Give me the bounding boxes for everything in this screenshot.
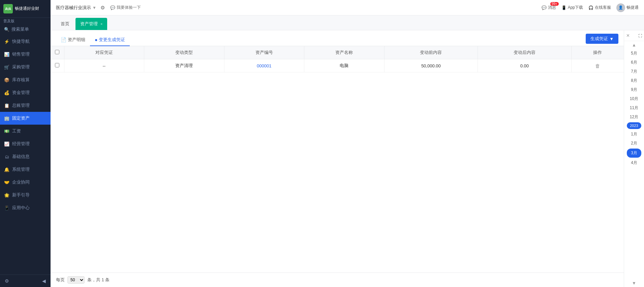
sidebar-item-inventory[interactable]: 📦 库存核算 <box>0 73 51 86</box>
sidebar-item-system[interactable]: 🔔 系统管理 <box>0 163 51 176</box>
sidebar-edition: 普及版 <box>0 19 51 24</box>
sidebar-item-label-app-center: 应用中心 <box>12 205 30 211</box>
calendar-month-4[interactable]: 4月 <box>624 158 644 167</box>
table-header-row: 对应凭证 变动类型 资产编号 资产名称 变动前内容 变动后内容 操作 <box>51 46 624 59</box>
sub-tab-asset-detail[interactable]: 📄 资产明细 <box>56 34 90 46</box>
sidebar-item-label-ledger: 总账管理 <box>12 102 30 108</box>
fixed-assets-icon: 🏢 <box>4 116 9 121</box>
company-chevron-icon: ▼ <box>92 5 96 10</box>
select-all-checkbox[interactable] <box>55 50 59 54</box>
app-download-button[interactable]: 📱 App下载 <box>561 5 583 10</box>
sidebar-item-label-finance: 资金管理 <box>12 90 30 96</box>
calendar-month-3[interactable]: 3月 <box>627 149 641 158</box>
tab-asset-management-label: 资产管理 <box>80 21 98 27</box>
table-container: 对应凭证 变动类型 资产编号 资产名称 变动前内容 变动后内容 操作 -- 资产… <box>51 46 624 273</box>
calendar-month-12-old[interactable]: 12月 <box>624 113 644 122</box>
calendar-nav-down[interactable]: ▼ <box>624 279 644 287</box>
trial-button[interactable]: 💬 我要体验一下 <box>110 5 141 10</box>
calendar-month-9-old[interactable]: 9月 <box>624 85 644 94</box>
sidebar-item-label-enterprise: 企业协同 <box>12 179 30 185</box>
tab-close-icon[interactable]: × <box>100 22 102 26</box>
sidebar-item-business[interactable]: 📈 经营管理 <box>0 137 51 150</box>
enterprise-icon: 🤝 <box>4 180 9 185</box>
user-menu[interactable]: 👤 畅捷通 <box>616 3 639 12</box>
page-size-select[interactable]: 102050100 <box>67 276 85 284</box>
sidebar-item-ledger[interactable]: 📋 总账管理 <box>0 99 51 112</box>
content-main: 📄 资产明细 ● 变更生成凭证 生成凭证 ▼ <box>51 30 624 287</box>
calendar-month-10-old[interactable]: 10月 <box>624 94 644 103</box>
sidebar-item-label-business: 经营管理 <box>12 141 30 147</box>
topbar-gear-icon[interactable]: ⚙ <box>100 5 105 11</box>
search-label: 搜索菜单 <box>11 26 29 32</box>
calendar-year-2023: 2023 <box>627 122 641 129</box>
topbar: 医疗器械行业演示 ▼ ⚙ 💬 我要体验一下 💬 消息 99+ 📱 App下载 🎧… <box>51 0 644 15</box>
sidebar-item-guide[interactable]: 🌟 新手引导 <box>0 189 51 201</box>
payroll-icon: 💵 <box>4 128 9 134</box>
online-service-button[interactable]: 🎧 在线客服 <box>588 5 611 10</box>
asset-table: 对应凭证 变动类型 资产编号 资产名称 变动前内容 变动后内容 操作 -- 资产… <box>51 46 624 72</box>
sidebar-item-label-basic-info: 基础信息 <box>12 154 30 160</box>
right-panel-expand-icon[interactable]: ⛶ <box>638 34 642 38</box>
sidebar-item-payroll[interactable]: 💵 工资 <box>0 125 51 137</box>
purchase-icon: 🛒 <box>4 64 9 70</box>
company-name: 医疗器械行业演示 <box>56 5 91 11</box>
calendar-month-8-old[interactable]: 8月 <box>624 76 644 85</box>
sub-tab-bar: 📄 资产明细 ● 变更生成凭证 生成凭证 ▼ <box>51 30 624 46</box>
sales-icon: 📊 <box>4 52 9 57</box>
messages-button[interactable]: 💬 消息 99+ <box>542 5 556 10</box>
right-panel: ✕ ⛶ ▲ 5月6月7月8月9月10月11月12月20231月2月3月4月 ▼ <box>624 30 644 287</box>
per-page-label: 每页 <box>56 277 65 283</box>
tab-asset-management[interactable]: 资产管理 × <box>75 18 107 30</box>
delete-icon[interactable]: 🗑 <box>595 63 600 69</box>
row-operation: 🗑 <box>571 59 624 72</box>
calendar-list: 5月6月7月8月9月10月11月12月20231月2月3月4月 <box>624 49 644 279</box>
generate-voucher-button[interactable]: 生成凭证 ▼ <box>586 34 618 44</box>
sidebar-item-label-sales: 销售管理 <box>12 51 30 57</box>
sub-tab-change-voucher[interactable]: ● 变更生成凭证 <box>90 34 130 46</box>
sidebar-item-label-quick-nav: 快捷导航 <box>12 38 30 44</box>
sidebar-item-purchase[interactable]: 🛒 采购管理 <box>0 61 51 73</box>
calendar-month-1[interactable]: 1月 <box>624 130 644 139</box>
tab-home[interactable]: 首页 <box>56 18 74 30</box>
business-icon: 📈 <box>4 141 9 147</box>
total-label: 条，共 1 条 <box>87 277 110 283</box>
sidebar-item-enterprise[interactable]: 🤝 企业协同 <box>0 176 51 189</box>
right-panel-header: ✕ ⛶ <box>624 30 644 41</box>
right-panel-close-icon[interactable]: ✕ <box>626 33 630 38</box>
collapse-icon[interactable]: ◀ <box>42 278 46 284</box>
sidebar-item-label-guide: 新手引导 <box>12 192 30 198</box>
system-icon: 🔔 <box>4 167 9 172</box>
inventory-icon: 📦 <box>4 77 9 83</box>
trial-icon: 💬 <box>110 5 115 10</box>
sidebar-item-label-inventory: 库存核算 <box>12 77 30 83</box>
sidebar-item-basic-info[interactable]: 🗂 基础信息 <box>0 150 51 163</box>
change-voucher-icon: ● <box>95 37 97 42</box>
settings-icon[interactable]: ⚙ <box>5 278 9 284</box>
finance-icon: 💰 <box>4 90 9 95</box>
sidebar-search[interactable]: 🔍 搜索菜单 <box>0 24 51 35</box>
sub-tab-change-voucher-label: 变更生成凭证 <box>99 37 125 43</box>
online-service-label: 在线客服 <box>595 5 611 10</box>
sidebar: AtA 畅捷通好业财 普及版 🔍 搜索菜单 ⚡ 快捷导航 📊 销售管理 🛒 采购… <box>0 0 51 287</box>
row-checkbox[interactable] <box>55 63 59 67</box>
sidebar-item-sales[interactable]: 📊 销售管理 <box>0 48 51 61</box>
sidebar-footer: ⚙ ◀ <box>0 275 51 287</box>
sidebar-item-finance[interactable]: 💰 资金管理 <box>0 86 51 99</box>
sub-tab-actions: 生成凭证 ▼ <box>586 34 618 46</box>
sidebar-item-quick-nav[interactable]: ⚡ 快捷导航 <box>0 35 51 48</box>
company-selector[interactable]: 医疗器械行业演示 ▼ <box>56 5 96 11</box>
row-voucher: -- <box>64 59 144 72</box>
calendar-month-7-old[interactable]: 7月 <box>624 67 644 76</box>
calendar-month-6-old[interactable]: 6月 <box>624 58 644 67</box>
calendar-month-2[interactable]: 2月 <box>624 139 644 148</box>
sidebar-item-app-center[interactable]: 📱 应用中心 <box>0 201 51 214</box>
guide-icon: 🌟 <box>4 192 9 198</box>
sidebar-item-fixed-assets[interactable]: 🏢 固定资产 <box>0 112 51 125</box>
header-after-change: 变动后内容 <box>478 46 572 59</box>
pagination-bar: 每页 102050100 条，共 1 条 <box>51 273 624 287</box>
calendar-month-11-old[interactable]: 11月 <box>624 103 644 113</box>
asset-detail-icon: 📄 <box>61 37 66 42</box>
calendar-nav-up[interactable]: ▲ <box>624 41 644 49</box>
sidebar-nav: 🔍 搜索菜单 ⚡ 快捷导航 📊 销售管理 🛒 采购管理 📦 库存核算 💰 资金管… <box>0 24 51 275</box>
calendar-month-5-old[interactable]: 5月 <box>624 49 644 58</box>
